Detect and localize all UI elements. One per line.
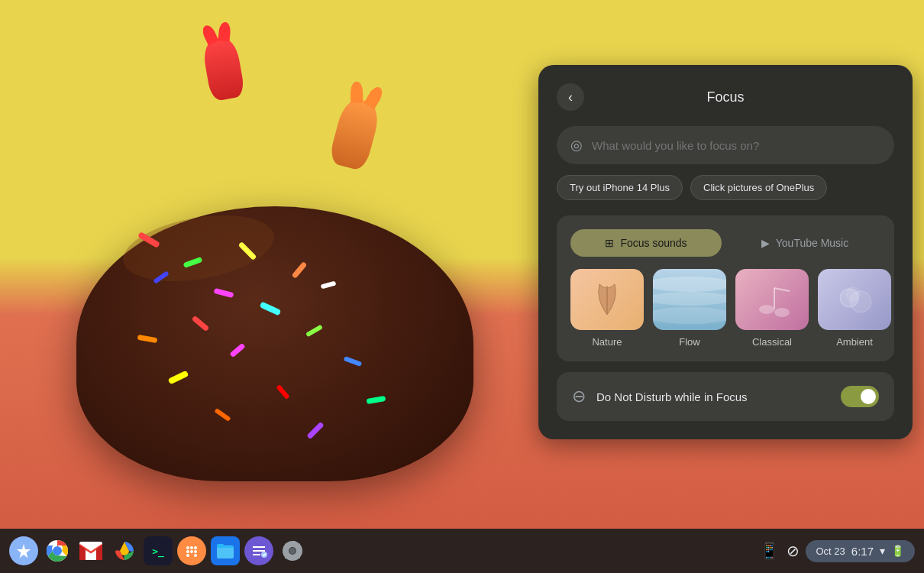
focus-sounds-tab[interactable]: ⊞ Focus sounds — [570, 229, 722, 257]
photos-icon — [114, 540, 135, 562]
settings-icon — [282, 540, 303, 562]
tasks-icon — [250, 542, 268, 560]
svg-point-15 — [186, 550, 189, 553]
svg-point-24 — [289, 548, 296, 554]
clock-area[interactable]: Oct 23 6:17 ▾ 🔋 — [806, 540, 916, 562]
wallpaper-art — [61, 23, 504, 497]
svg-point-14 — [194, 546, 197, 549]
taskbar-right: 📱 ⊘ Oct 23 6:17 ▾ 🔋 — [760, 540, 916, 562]
taskbar-tasks[interactable] — [244, 536, 273, 565]
suggestion-chip-0[interactable]: Try out iPhone 14 Plus — [557, 175, 683, 200]
system-tray: 📱 ⊘ — [760, 542, 800, 560]
sound-thumb-nature — [570, 269, 644, 330]
svg-point-1 — [759, 305, 774, 314]
sound-thumb-classical — [735, 269, 809, 330]
taskbar-settings[interactable] — [278, 536, 307, 565]
classical-icon — [753, 280, 791, 319]
youtube-music-icon: ▶ — [761, 237, 770, 249]
sound-section: ⊞ Focus sounds ▶ YouTube Music — [557, 215, 894, 361]
sound-label-flow: Flow — [679, 336, 699, 348]
suggestion-chips: Try out iPhone 14 Plus Click pictures of… — [557, 175, 894, 200]
svg-point-2 — [774, 308, 790, 317]
svg-point-10 — [53, 547, 61, 555]
focus-search-icon: ◎ — [570, 137, 583, 154]
svg-line-4 — [774, 288, 790, 291]
back-button[interactable]: ‹ — [557, 83, 584, 111]
taskbar-files[interactable] — [211, 536, 240, 565]
chrome-icon — [46, 539, 69, 562]
focus-search-container: ◎ — [557, 126, 894, 164]
dnd-section: ⊖ Do Not Disturb while in Focus — [557, 372, 894, 421]
taskbar: >_ — [0, 529, 924, 573]
sound-grid: Nature Flow — [570, 269, 880, 348]
svg-point-18 — [186, 554, 189, 557]
svg-point-12 — [186, 546, 189, 549]
gmail-icon — [79, 542, 102, 560]
sound-label-classical: Classical — [752, 336, 792, 348]
taskbar-gmail[interactable] — [76, 536, 105, 565]
sound-item-flow[interactable]: Flow — [653, 269, 726, 348]
sound-label-ambient: Ambient — [836, 336, 873, 348]
sound-tabs: ⊞ Focus sounds ▶ YouTube Music — [570, 229, 880, 257]
svg-point-17 — [194, 550, 197, 553]
taskbar-photos[interactable] — [110, 536, 139, 565]
ambient-icon — [834, 279, 876, 321]
svg-point-13 — [190, 546, 193, 549]
date-display: Oct 23 — [816, 545, 845, 557]
suggestion-chip-1[interactable]: Click pictures of OnePlus — [690, 175, 827, 200]
panel-header: ‹ Focus — [557, 83, 894, 111]
files-icon — [215, 541, 235, 561]
svg-point-16 — [190, 550, 193, 553]
terminal-icon: >_ — [152, 545, 164, 557]
taskbar-left: >_ — [9, 536, 307, 565]
dnd-tray-icon[interactable]: ⊘ — [787, 542, 800, 560]
nature-leaf-icon — [588, 277, 626, 322]
youtube-music-tab[interactable]: ▶ YouTube Music — [729, 229, 880, 257]
input-icon — [183, 542, 201, 560]
focus-search-input[interactable] — [592, 139, 880, 152]
dnd-toggle[interactable] — [841, 386, 879, 407]
launcher-icon — [15, 542, 32, 559]
taskbar-terminal[interactable]: >_ — [144, 536, 173, 565]
taskbar-chrome[interactable] — [43, 536, 72, 565]
panel-title: Focus — [706, 89, 744, 105]
sound-thumb-ambient — [818, 269, 891, 330]
svg-point-7 — [845, 286, 861, 302]
sound-item-classical[interactable]: Classical — [735, 269, 809, 348]
sound-label-nature: Nature — [592, 336, 622, 348]
phone-icon[interactable]: 📱 — [760, 542, 779, 560]
sound-item-ambient[interactable]: Ambient — [818, 269, 891, 348]
sound-item-nature[interactable]: Nature — [570, 269, 644, 348]
focus-panel: ‹ Focus ◎ Try out iPhone 14 Plus Click p… — [538, 65, 913, 439]
focus-sounds-icon: ⊞ — [605, 237, 614, 249]
taskbar-input[interactable] — [177, 536, 206, 565]
time-display: 6:17 — [851, 545, 874, 558]
wifi-icon: ▾ — [880, 545, 885, 557]
taskbar-launcher[interactable] — [9, 536, 38, 565]
dnd-icon: ⊖ — [572, 387, 586, 406]
sound-thumb-flow — [653, 269, 726, 330]
battery-icon: 🔋 — [891, 545, 904, 557]
dnd-label: Do Not Disturb while in Focus — [596, 390, 830, 403]
svg-point-19 — [194, 554, 197, 557]
